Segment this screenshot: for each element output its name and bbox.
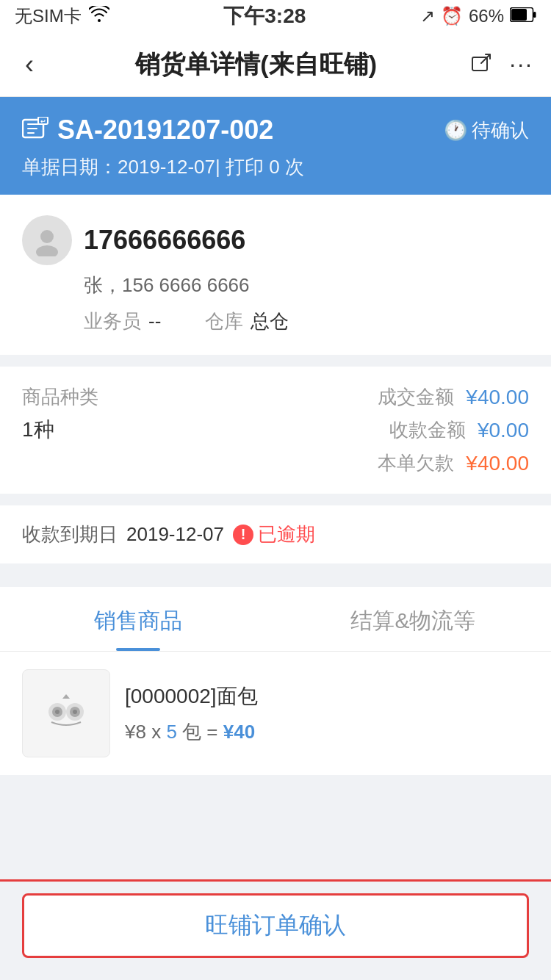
product-price: ¥8 bbox=[125, 721, 146, 743]
due-label: 收款到期日 bbox=[22, 522, 118, 547]
owed-value: ¥40.00 bbox=[466, 452, 529, 475]
tab-settlement-logistics[interactable]: 结算&物流等 bbox=[276, 587, 551, 651]
page-title: 销货单详情(来自旺铺) bbox=[135, 48, 377, 82]
summary-section: 商品种类 1种 成交金额 ¥40.00 收款金额 ¥0.00 本单欠款 ¥40.… bbox=[0, 367, 551, 494]
tabs-section: 销售商品 结算&物流等 [00000 bbox=[0, 587, 551, 775]
customer-name: 张，156 6666 6666 bbox=[22, 273, 529, 298]
order-id-section: ↩ SA-20191207-002 bbox=[22, 115, 273, 145]
product-name: [0000002]面包 bbox=[125, 682, 529, 710]
confirm-button-wrap: 旺铺订单确认 bbox=[0, 879, 551, 980]
back-button[interactable]: ‹ bbox=[18, 42, 41, 87]
avatar bbox=[22, 215, 72, 265]
received-row: 收款金额 ¥0.00 bbox=[389, 417, 529, 443]
nav-actions: ··· bbox=[471, 50, 533, 79]
battery-icon bbox=[510, 6, 536, 26]
product-info: [0000002]面包 ¥8 x 5 包 = ¥40 bbox=[125, 682, 529, 745]
amount-value: ¥40.00 bbox=[466, 386, 529, 409]
order-header: ↩ SA-20191207-002 🕐 待确认 单据日期：2019-12-07|… bbox=[0, 97, 551, 195]
tab-sales-products[interactable]: 销售商品 bbox=[0, 587, 276, 651]
alarm-icon: ⏰ bbox=[441, 6, 463, 26]
product-item: [0000002]面包 ¥8 x 5 包 = ¥40 bbox=[22, 669, 529, 757]
status-left: 无SIM卡 bbox=[15, 4, 109, 28]
customer-section: 17666666666 张，156 6666 6666 业务员 -- 仓库 总仓 bbox=[0, 195, 551, 355]
summary-left: 商品种类 1种 bbox=[22, 384, 98, 444]
customer-top: 17666666666 bbox=[22, 215, 529, 265]
status-text: 待确认 bbox=[472, 118, 529, 143]
received-value: ¥0.00 bbox=[478, 419, 529, 442]
owed-row: 本单欠款 ¥40.00 bbox=[378, 450, 529, 476]
due-date: 2019-12-07 bbox=[126, 523, 224, 546]
wifi-icon bbox=[89, 6, 109, 26]
product-total: ¥40 bbox=[223, 721, 255, 743]
carrier-text: 无SIM卡 bbox=[15, 4, 82, 28]
customer-phone: 17666666666 bbox=[84, 225, 245, 256]
product-type-label: 商品种类 bbox=[22, 384, 98, 410]
status-right: ↗ ⏰ 66% bbox=[420, 6, 536, 26]
svg-text:↩: ↩ bbox=[40, 118, 46, 125]
share-icon[interactable] bbox=[471, 50, 494, 79]
product-unit: 包 bbox=[182, 721, 201, 743]
status-clock-icon: 🕐 bbox=[444, 119, 467, 142]
svg-rect-1 bbox=[511, 9, 527, 21]
customer-meta: 业务员 -- 仓库 总仓 bbox=[22, 309, 529, 334]
svg-point-15 bbox=[73, 710, 77, 714]
product-quantity: 5 bbox=[166, 721, 176, 743]
salesperson-label: 业务员 bbox=[84, 309, 141, 334]
svg-rect-2 bbox=[533, 12, 536, 18]
svg-point-8 bbox=[40, 230, 54, 243]
warehouse-value: 总仓 bbox=[251, 309, 289, 334]
more-icon[interactable]: ··· bbox=[509, 51, 533, 78]
price-multiply: x bbox=[151, 721, 166, 743]
battery-text: 66% bbox=[469, 6, 504, 26]
warehouse-item: 仓库 总仓 bbox=[205, 309, 289, 334]
order-icon: ↩ bbox=[22, 115, 48, 145]
amount-label: 成交金额 bbox=[378, 384, 454, 410]
due-section: 收款到期日 2019-12-07 ! 已逾期 bbox=[0, 505, 551, 563]
product-image bbox=[22, 669, 110, 757]
order-date: 单据日期：2019-12-07| 打印 0 次 bbox=[22, 154, 529, 180]
status-bar: 无SIM卡 下午3:28 ↗ ⏰ 66% bbox=[0, 0, 551, 32]
product-type-value: 1种 bbox=[22, 416, 98, 444]
order-status: 🕐 待确认 bbox=[444, 118, 529, 143]
svg-point-9 bbox=[36, 245, 58, 256]
overdue-dot-icon: ! bbox=[233, 525, 253, 545]
warehouse-label: 仓库 bbox=[205, 309, 243, 334]
product-price-line: ¥8 x 5 包 = ¥40 bbox=[125, 719, 529, 745]
overdue-badge: ! 已逾期 bbox=[233, 522, 315, 547]
salesperson-item: 业务员 -- bbox=[84, 309, 161, 334]
salesperson-value: -- bbox=[148, 310, 161, 333]
tabs-header: 销售商品 结算&物流等 bbox=[0, 587, 551, 652]
overdue-text: 已逾期 bbox=[258, 522, 315, 547]
price-equals: = bbox=[206, 721, 223, 743]
order-id-text: SA-20191207-002 bbox=[57, 115, 273, 145]
amount-row: 成交金额 ¥40.00 bbox=[378, 384, 529, 410]
status-time: 下午3:28 bbox=[223, 2, 306, 30]
confirm-order-button[interactable]: 旺铺订单确认 bbox=[22, 893, 529, 958]
svg-point-14 bbox=[55, 710, 60, 714]
nav-bar: ‹ 销货单详情(来自旺铺) ··· bbox=[0, 32, 551, 97]
location-icon: ↗ bbox=[420, 6, 435, 26]
received-label: 收款金额 bbox=[389, 417, 466, 443]
owed-label: 本单欠款 bbox=[378, 450, 454, 476]
product-section: [0000002]面包 ¥8 x 5 包 = ¥40 bbox=[0, 652, 551, 775]
section-divider bbox=[0, 575, 551, 587]
summary-right: 成交金额 ¥40.00 收款金额 ¥0.00 本单欠款 ¥40.00 bbox=[378, 384, 529, 476]
